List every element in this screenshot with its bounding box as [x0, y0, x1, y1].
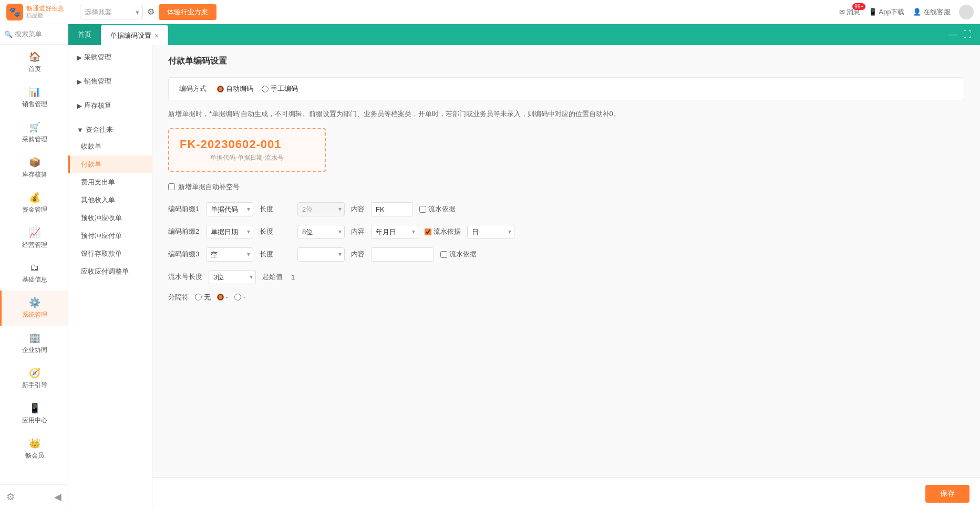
sidebar-item-finance[interactable]: 💰 资金管理: [0, 185, 68, 221]
tab-maximize-icon[interactable]: ⛶: [963, 30, 972, 39]
auto-encode-radio[interactable]: 自动编码: [217, 84, 253, 94]
sidebar-item-system[interactable]: ⚙️ 系统管理: [0, 290, 68, 326]
auto-fill-checkbox[interactable]: [168, 183, 175, 190]
message-icon: ✉: [839, 8, 845, 16]
sidebar-item-home[interactable]: 🏠 首页: [0, 45, 68, 80]
day-select-wrap: 日 月 年: [467, 225, 514, 239]
sub-sidebar-group-inventory: ▶ 库存核算: [68, 94, 152, 118]
prefix3-select[interactable]: 空: [206, 247, 253, 262]
sidebar-nav: 🏠 首页 📊 销售管理 🛒 采购管理 📦 库存核算 💰 资金管理 📈 经: [0, 45, 68, 484]
sub-sidebar-item-receipt[interactable]: 收款单: [68, 138, 152, 155]
industry-btn[interactable]: 体验行业方案: [159, 4, 216, 20]
sidebar-item-member[interactable]: 👑 畅会员: [0, 431, 68, 466]
search-menu-btn[interactable]: 🔍 搜索菜单: [0, 24, 68, 45]
sub-sidebar-group-purchase: ▶ 采购管理: [68, 45, 152, 69]
length2-select-wrap: 8位: [297, 225, 345, 239]
topbar-center: 选择账套 ▾ ⚙ 体验行业方案: [80, 4, 834, 20]
search-icon: 🔍: [4, 30, 13, 38]
content-area: ▶ 采购管理 ▶ 销售管理 ▶ 库存核算: [68, 45, 980, 509]
newguide-icon: 🧭: [29, 367, 40, 379]
sidebar-item-label: 首页: [28, 65, 41, 74]
chevron-right-icon-sales: ▶: [77, 78, 82, 86]
sidebar-item-basic[interactable]: 🗂 基础信息: [0, 256, 68, 290]
sub-sidebar-item-prepay-pay[interactable]: 预付冲应付单: [68, 227, 152, 245]
waterflow2-checkbox[interactable]: [425, 228, 431, 235]
sub-sidebar-item-expense[interactable]: 费用支出单: [68, 173, 152, 191]
sidebar-item-inventory[interactable]: 📦 库存核算: [0, 150, 68, 185]
sidebar-item-label: 库存核算: [22, 170, 47, 179]
serial-label: 流水号长度: [168, 272, 202, 282]
serial-select[interactable]: 3位 4位 5位: [209, 270, 256, 284]
sub-sidebar-group-title-purchase[interactable]: ▶ 采购管理: [68, 49, 152, 65]
auto-encode-input[interactable]: [217, 86, 224, 92]
app-download-btn[interactable]: 📱 App下载: [869, 7, 904, 17]
sub-sidebar-group-title-capital[interactable]: ▼ 资金往来: [68, 122, 152, 138]
tab-home[interactable]: 首页: [68, 24, 101, 45]
prefix2-select[interactable]: 单据日期: [206, 225, 253, 239]
content3-input[interactable]: [371, 247, 434, 262]
content2-select[interactable]: 年月日: [371, 225, 418, 239]
manual-encode-input[interactable]: [262, 86, 269, 92]
sub-sidebar-item-other-income[interactable]: 其他收入单: [68, 191, 152, 209]
sidebar-item-newguide[interactable]: 🧭 新手引导: [0, 361, 68, 396]
messages-btn[interactable]: ✉ 消息 99+: [839, 7, 861, 17]
length3-select[interactable]: [297, 247, 345, 262]
sidebar-item-sales[interactable]: 📊 销售管理: [0, 80, 68, 115]
sub-sidebar-group-sales: ▶ 销售管理: [68, 69, 152, 94]
online-service-btn[interactable]: 👤 在线客服: [913, 7, 951, 17]
settings-gear-icon[interactable]: ⚙: [6, 491, 15, 503]
auto-fill-label: 新增单据自动补空号: [178, 182, 240, 192]
length1-select[interactable]: 2位: [297, 202, 345, 216]
chevron-down-icon-capital: ▼: [77, 126, 84, 134]
sub-sidebar-group-title-sales[interactable]: ▶ 销售管理: [68, 74, 152, 89]
manual-encode-radio[interactable]: 手工编码: [262, 84, 298, 94]
sep-dot1-input[interactable]: [217, 294, 224, 300]
prefix1-select[interactable]: 单据代码: [206, 202, 253, 216]
length2-select[interactable]: 8位: [297, 225, 345, 239]
sep-dot2-radio[interactable]: ·: [234, 293, 245, 301]
content1-label: 内容: [351, 204, 365, 214]
save-button[interactable]: 保存: [925, 485, 969, 503]
separator-row: 分隔符 无 · ·: [168, 293, 964, 302]
waterflow3-checkbox[interactable]: [440, 251, 447, 258]
sidebar-collapse-icon[interactable]: ◀: [54, 491, 61, 503]
sub-sidebar-item-adjustment[interactable]: 应收应付调整单: [68, 263, 152, 281]
sidebar-item-label: 采购管理: [22, 135, 47, 144]
waterflow2-check[interactable]: 流水依据: [425, 227, 461, 236]
sub-sidebar-group-capital: ▼ 资金往来 收款单 付款单 费用支出单 其他收入单 预收冲应收单 预付冲应付单…: [68, 118, 152, 285]
waterflow3-check[interactable]: 流水依据: [440, 250, 477, 259]
account-select[interactable]: 选择账套 ▾: [80, 5, 143, 19]
start-label: 起始值: [262, 272, 283, 282]
separator-label: 分隔符: [168, 293, 189, 302]
waterflow1-label: 流水依据: [428, 204, 456, 214]
sidebar-item-enterprise[interactable]: 🏢 企业协同: [0, 326, 68, 361]
sep-none-input[interactable]: [195, 294, 202, 300]
tab-close-icon[interactable]: ×: [154, 32, 159, 40]
sidebar-item-purchase[interactable]: 🛒 采购管理: [0, 115, 68, 150]
content1-input[interactable]: [371, 202, 413, 216]
length1-label: 长度: [260, 204, 291, 214]
sep-dot1-radio[interactable]: ·: [217, 293, 228, 301]
sidebar-item-label: 应用中心: [22, 416, 47, 425]
tab-minimize-icon[interactable]: —: [948, 30, 957, 39]
auto-fill-row: 新增单据自动补空号: [168, 182, 964, 192]
messages-badge: 99+: [852, 3, 865, 10]
day-select[interactable]: 日 月 年: [467, 225, 514, 239]
topbar: 🐾 畅通道好生意 猫品版 选择账套 ▾ ⚙ 体验行业方案 ✉ 消息 99+ 📱 …: [0, 0, 980, 24]
avatar[interactable]: [959, 5, 974, 19]
sidebar-item-appcenter[interactable]: 📱 应用中心: [0, 396, 68, 431]
settings-icon[interactable]: ⚙: [147, 7, 154, 17]
sep-none-radio[interactable]: 无: [195, 293, 211, 302]
waterflow1-check[interactable]: 流水依据: [419, 204, 456, 214]
length3-select-wrap: [297, 247, 345, 262]
waterflow1-checkbox[interactable]: [419, 206, 426, 213]
tab-encoding-settings[interactable]: 单据编码设置 ×: [101, 25, 168, 46]
sep-dot2-input[interactable]: [234, 294, 241, 300]
sub-sidebar-item-bank[interactable]: 银行存取款单: [68, 245, 152, 263]
sub-sidebar-item-prepay-recv[interactable]: 预收冲应收单: [68, 209, 152, 227]
sub-sidebar-group-title-inventory[interactable]: ▶ 库存核算: [68, 98, 152, 113]
sidebar-item-operations[interactable]: 📈 经营管理: [0, 221, 68, 256]
chevron-right-icon-inventory: ▶: [77, 102, 82, 110]
prefix1-label: 编码前缀1: [168, 204, 200, 214]
sub-sidebar-item-payment[interactable]: 付款单: [68, 155, 152, 173]
